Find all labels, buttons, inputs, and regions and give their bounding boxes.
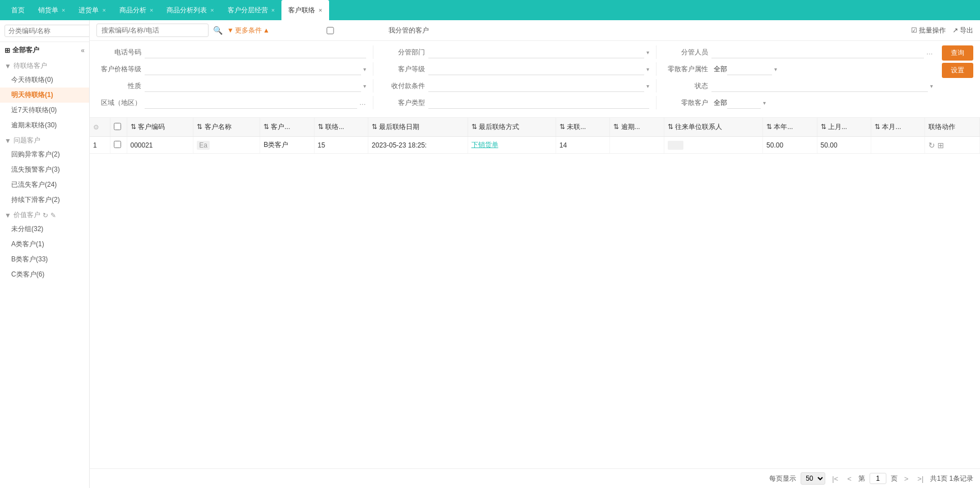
customer-level-input[interactable]: [428, 63, 645, 75]
settings-icon[interactable]: ⚙: [93, 123, 99, 131]
next-page-button[interactable]: >: [902, 473, 911, 484]
chevron-down-icon[interactable]: ▾: [646, 83, 649, 89]
th-not-contacted: ⇅ 未联...: [556, 118, 609, 137]
td-last-method: 下销货单: [468, 137, 556, 154]
sort-icon[interactable]: ⇅: [318, 123, 323, 131]
sort-icon[interactable]: ⇅: [372, 123, 377, 131]
row-checkbox[interactable]: [114, 141, 121, 148]
region-input[interactable]: [145, 97, 357, 109]
chevron-down-icon[interactable]: ▾: [363, 66, 366, 72]
refresh-icon[interactable]: ↻: [43, 211, 48, 219]
sort-icon[interactable]: ⇅: [766, 123, 772, 131]
close-icon[interactable]: ×: [102, 7, 105, 13]
th-last-date: ⇅ 最后联络日期: [368, 118, 468, 137]
triangle-down-icon: ▼: [4, 211, 11, 219]
retail-attr-input[interactable]: [727, 63, 772, 75]
sort-icon[interactable]: ⇅: [668, 123, 673, 131]
search-icon[interactable]: 🔍: [213, 26, 223, 35]
close-icon[interactable]: ×: [210, 7, 214, 13]
retail-customer-input[interactable]: [727, 97, 761, 109]
set-button[interactable]: 设置: [942, 63, 973, 78]
batch-operation-button[interactable]: ☑ 批量操作: [911, 26, 946, 35]
status-input[interactable]: [711, 80, 928, 92]
sidebar-item-tomorrow-contact[interactable]: 明天待联络(1): [0, 88, 89, 103]
th-last-method: ⇅ 最后联络方式: [468, 118, 556, 137]
close-icon[interactable]: ×: [62, 7, 65, 13]
sort-icon[interactable]: ⇅: [264, 123, 269, 131]
nav-sales-order[interactable]: 销货单 ×: [31, 0, 72, 20]
close-icon[interactable]: ×: [271, 7, 275, 13]
filter-payment: 收付款条件 ▾: [380, 80, 650, 92]
chevron-down-icon[interactable]: ▾: [774, 66, 777, 72]
customer-type-input[interactable]: [428, 97, 650, 109]
sort-icon[interactable]: ⇅: [613, 123, 619, 131]
contact-icon[interactable]: ↻: [928, 141, 935, 150]
nav-product-analysis[interactable]: 商品分析 ×: [113, 0, 160, 20]
nav-customer-layered[interactable]: 客户分层经营 ×: [221, 0, 281, 20]
triangle-down-icon: ▼: [4, 137, 11, 145]
sidebar-item-class-c[interactable]: C类客户(6): [0, 267, 89, 282]
sidebar-item-ungrouped[interactable]: 未分组(32): [0, 222, 89, 237]
prev-page-button[interactable]: <: [845, 473, 854, 484]
sort-icon[interactable]: ⇅: [875, 123, 880, 131]
chevron-down-icon[interactable]: ▾: [363, 83, 366, 89]
select-all-checkbox[interactable]: [114, 123, 121, 130]
sidebar-item-repurchase-abnormal[interactable]: 回购异常客户(2): [0, 147, 89, 162]
chevron-down-icon[interactable]: ▾: [646, 49, 649, 56]
more-icon[interactable]: …: [359, 99, 366, 107]
last-page-button[interactable]: >|: [915, 473, 926, 484]
sidebar-item-churn-warning[interactable]: 流失预警客户(3): [0, 162, 89, 177]
sidebar-item-churned[interactable]: 已流失客户(24): [0, 177, 89, 192]
th-name: ⇅ 客户名称: [193, 118, 260, 137]
sort-icon[interactable]: ⇅: [471, 123, 477, 131]
price-level-input[interactable]: [145, 63, 361, 75]
export-button[interactable]: ↗ 导出: [953, 26, 973, 35]
phone-input[interactable]: [145, 47, 366, 58]
sort-icon[interactable]: ⇅: [560, 123, 565, 131]
collapse-icon[interactable]: «: [81, 47, 85, 54]
dept-input[interactable]: [428, 47, 645, 58]
chevron-down-icon[interactable]: ▾: [763, 100, 766, 106]
td-code: 000021: [127, 137, 193, 154]
sort-icon[interactable]: ⇅: [131, 123, 136, 131]
nav-purchase-order[interactable]: 进货单 ×: [72, 0, 112, 20]
close-icon[interactable]: ×: [318, 7, 322, 13]
chevron-up-icon: ▲: [263, 26, 270, 34]
page-input[interactable]: [870, 473, 886, 484]
filter-action-buttons: 查询 设置: [942, 45, 973, 113]
chevron-down-icon[interactable]: ▾: [646, 66, 649, 72]
sidebar-item-class-b[interactable]: B类客户(33): [0, 252, 89, 267]
last-method-link[interactable]: 下销货单: [471, 141, 498, 149]
sidebar-item-overdue-contact[interactable]: 逾期未联络(30): [0, 118, 89, 133]
first-page-button[interactable]: |<: [830, 473, 840, 484]
nav-customer-contact[interactable]: 客户联络 ×: [281, 0, 329, 20]
sort-icon[interactable]: ⇅: [197, 123, 202, 131]
sidebar-group-value: ▼ 价值客户 ↻ ✎: [0, 208, 89, 222]
close-icon[interactable]: ×: [150, 7, 153, 13]
filter-retail-attr: 零散客户属性 全部 ▾: [663, 63, 933, 75]
sidebar-all-customers[interactable]: ⊞ 全部客户 «: [0, 42, 89, 58]
edit-icon[interactable]: ✎: [50, 211, 56, 219]
search-input[interactable]: [96, 24, 209, 37]
sidebar-item-class-a[interactable]: A类客户(1): [0, 237, 89, 252]
payment-input[interactable]: [428, 80, 645, 92]
nature-input[interactable]: [145, 80, 361, 92]
query-button[interactable]: 查询: [942, 45, 973, 61]
person-input[interactable]: [711, 47, 924, 58]
filter-dept: 分管部门 ▾: [380, 47, 650, 58]
sidebar-item-today-contact[interactable]: 今天待联络(0): [0, 72, 89, 88]
page-size-select[interactable]: 50: [801, 472, 825, 485]
my-customers-checkbox[interactable]: 我分管的客户: [274, 26, 429, 35]
nav-product-analysis-list[interactable]: 商品分析列表 ×: [160, 0, 220, 20]
more-icon[interactable]: …: [926, 48, 933, 56]
sort-icon[interactable]: ⇅: [821, 123, 826, 131]
detail-icon[interactable]: ⊞: [937, 141, 944, 150]
more-filter-button[interactable]: ▼ 更多条件 ▲: [227, 26, 270, 35]
my-customers-check[interactable]: [274, 27, 386, 34]
sidebar-item-7days-contact[interactable]: 近7天待联络(0): [0, 103, 89, 118]
chevron-down-icon[interactable]: ▾: [930, 83, 933, 89]
th-overdue: ⇅ 逾期...: [610, 118, 664, 137]
sidebar-item-declining[interactable]: 持续下滑客户(2): [0, 192, 89, 208]
nav-home[interactable]: 首页: [4, 0, 31, 20]
sidebar-search-input[interactable]: [4, 25, 90, 37]
